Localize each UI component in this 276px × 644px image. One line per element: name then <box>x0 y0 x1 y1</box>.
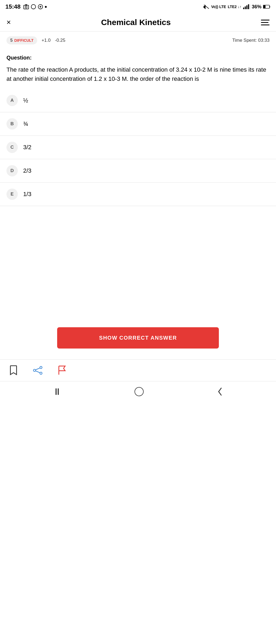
difficulty-badge: 5 DIFFICULT <box>6 36 37 44</box>
score-positive: +1.0 <box>42 38 51 43</box>
time-spent-label: Time Spent: <box>232 38 258 43</box>
show-answer-container: SHOW CORRECT ANSWER <box>0 316 276 359</box>
nav-bar <box>0 381 276 402</box>
svg-line-15 <box>36 368 40 370</box>
nav-home-icon <box>134 387 144 396</box>
time-spent-value: 03:33 <box>258 38 270 43</box>
option-text-e: 1/3 <box>23 191 32 198</box>
signal-bars <box>243 4 250 9</box>
option-text-a: ½ <box>23 97 28 104</box>
option-circle-c: C <box>6 142 18 153</box>
svg-rect-9 <box>250 4 250 9</box>
share-icon <box>32 365 43 375</box>
status-bar: 15:48 • Vo)) LTE LTE2 ↓↑ 36% <box>0 0 276 13</box>
svg-point-12 <box>33 369 36 371</box>
status-time: 15:48 • <box>5 3 47 11</box>
question-text: The rate of the reaction A products, at … <box>6 65 270 83</box>
score-negative: -0.25 <box>55 38 65 43</box>
svg-rect-18 <box>58 388 59 395</box>
svg-point-19 <box>135 387 143 396</box>
option-a[interactable]: A ½ <box>0 89 276 112</box>
share-button[interactable] <box>32 365 43 376</box>
svg-rect-7 <box>246 5 247 9</box>
nav-menu-icon <box>52 388 62 395</box>
svg-rect-11 <box>263 5 265 8</box>
page-title: Chemical Kinetics <box>101 18 171 27</box>
options-section: A ½ B ¾ C 3/2 D 2/3 E 1/3 <box>0 86 276 209</box>
svg-line-16 <box>36 371 40 373</box>
option-circle-d: D <box>6 165 18 176</box>
option-circle-a: A <box>6 95 18 106</box>
option-c[interactable]: C 3/2 <box>0 136 276 159</box>
nav-menu-button[interactable] <box>52 388 62 395</box>
meta-left: 5 DIFFICULT +1.0 -0.25 <box>6 36 65 44</box>
option-text-d: 2/3 <box>23 167 32 174</box>
svg-point-13 <box>40 367 42 369</box>
battery-icon <box>263 5 271 9</box>
bookmark-button[interactable] <box>8 365 19 376</box>
status-right-icons: Vo)) LTE LTE2 ↓↑ 36% <box>203 4 271 10</box>
flag-button[interactable] <box>57 365 67 376</box>
option-e[interactable]: E 1/3 <box>0 183 276 206</box>
nav-home-button[interactable] <box>134 387 144 396</box>
show-correct-answer-button[interactable]: SHOW CORRECT ANSWER <box>57 327 219 349</box>
question-label: Question: <box>6 55 270 61</box>
network-label: Vo)) LTE <box>211 5 226 9</box>
empty-area <box>0 209 276 316</box>
close-button[interactable]: × <box>6 18 11 27</box>
status-icons: • <box>23 3 47 11</box>
time-spent: Time Spent: 03:33 <box>232 38 270 43</box>
mute-icon <box>203 4 209 9</box>
question-section: Question: The rate of the reaction A pro… <box>0 49 276 86</box>
time-display: 15:48 <box>5 3 20 10</box>
option-text-c: 3/2 <box>23 144 32 151</box>
svg-rect-8 <box>248 4 249 9</box>
flag-icon <box>57 365 67 375</box>
option-text-b: ¾ <box>23 120 28 127</box>
svg-point-14 <box>40 372 42 374</box>
nav-back-icon <box>216 387 224 396</box>
lte2-label: LTE2 ↓↑ <box>228 5 242 9</box>
battery-percent: 36% <box>252 4 261 10</box>
bottom-actions <box>0 359 276 381</box>
svg-rect-6 <box>245 6 246 9</box>
svg-point-1 <box>25 6 27 8</box>
nav-back-button[interactable] <box>216 387 224 396</box>
option-d[interactable]: D 2/3 <box>0 159 276 183</box>
difficulty-label: DIFFICULT <box>14 38 33 43</box>
option-b[interactable]: B ¾ <box>0 112 276 136</box>
option-circle-e: E <box>6 189 18 200</box>
filter-icon[interactable] <box>261 20 270 25</box>
difficulty-number: 5 <box>10 38 13 43</box>
header: × Chemical Kinetics <box>0 13 276 32</box>
question-meta: 5 DIFFICULT +1.0 -0.25 Time Spent: 03:33 <box>0 32 276 49</box>
svg-rect-17 <box>56 388 57 395</box>
option-circle-b: B <box>6 118 18 130</box>
svg-rect-5 <box>243 8 244 9</box>
svg-point-2 <box>31 5 36 9</box>
bookmark-icon <box>9 365 18 376</box>
